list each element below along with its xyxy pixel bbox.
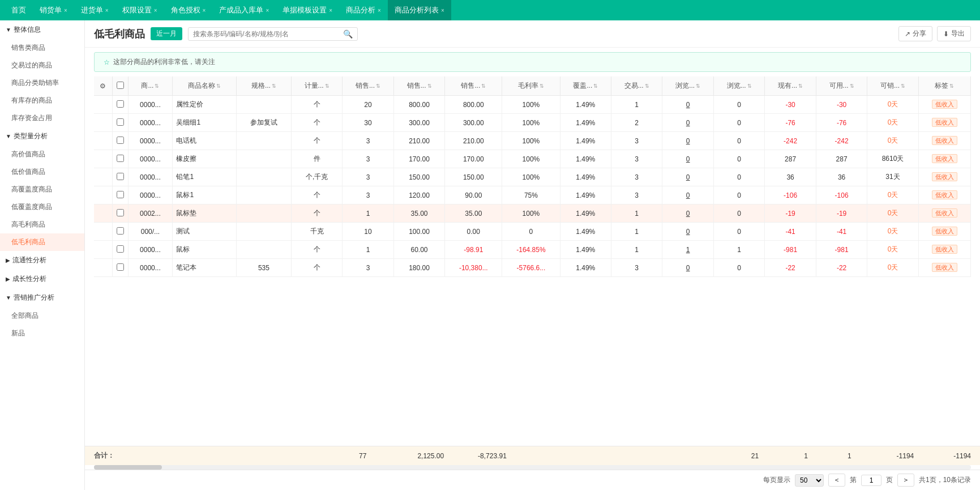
row-select-checkbox[interactable] (117, 263, 124, 271)
close-permissions-tab-icon[interactable]: × (154, 7, 157, 14)
col-sales-profit[interactable]: 销售...⇅ (445, 76, 502, 96)
table-container[interactable]: ⚙ 商...⇅ 商品名称⇅ 规格...⇅ 计量...⇅ 销售...⇅ 销售...… (85, 76, 980, 446)
row-select-checkbox[interactable] (117, 191, 124, 198)
row-checkbox[interactable] (112, 223, 128, 241)
col-code[interactable]: 商...⇅ (128, 76, 173, 96)
horizontal-scrollbar[interactable] (94, 465, 971, 470)
close-product-analysis-tab-icon[interactable]: × (378, 7, 381, 14)
row-tag: 低收入 (918, 223, 970, 241)
filter-button[interactable]: 近一月 (151, 27, 182, 40)
share-button[interactable]: ↗ 分享 (898, 26, 932, 41)
sidebar-item-high-value[interactable]: 高价值商品 (0, 146, 84, 163)
prev-page-button[interactable]: ＜ (828, 474, 845, 487)
sidebar-item-traded-products[interactable]: 交易过的商品 (0, 57, 84, 74)
col-available-stock[interactable]: 可用...⇅ (816, 76, 867, 96)
row-checkbox[interactable] (112, 150, 128, 168)
sidebar-item-low-value[interactable]: 低价值商品 (0, 163, 84, 181)
row-view1[interactable]: 0 (662, 150, 713, 168)
col-transaction[interactable]: 交易...⇅ (611, 76, 662, 96)
nav-item-home[interactable]: 首页 (5, 0, 33, 20)
row-select-checkbox[interactable] (117, 100, 124, 108)
sidebar-item-sales-products[interactable]: 销售类商品 (0, 39, 84, 57)
sidebar-item-category-rate[interactable]: 商品分类助销率 (0, 74, 84, 92)
col-name[interactable]: 商品名称⇅ (173, 76, 237, 96)
col-sales-qty[interactable]: 销售...⇅ (343, 76, 393, 96)
sidebar-section-type-analysis[interactable]: ▼ 类型量分析 (0, 127, 84, 146)
nav-item-product-analysis-list[interactable]: 商品分析列表 × (388, 0, 451, 20)
nav-item-sales[interactable]: 销货单 × (33, 0, 74, 20)
row-view1[interactable]: 0 (662, 96, 713, 114)
row-select-checkbox[interactable] (117, 173, 124, 180)
row-view1[interactable]: 0 (662, 132, 713, 150)
close-production-tab-icon[interactable]: × (266, 7, 269, 14)
col-settings[interactable]: ⚙ (94, 76, 112, 96)
row-view1[interactable]: 0 (662, 168, 713, 186)
row-sales-amount: 180.00 (393, 259, 444, 277)
col-coverage[interactable]: 覆盖...⇅ (560, 76, 611, 96)
nav-item-purchase[interactable]: 进货单 × (74, 0, 115, 20)
search-icon[interactable]: 🔍 (343, 29, 353, 39)
sidebar-item-in-stock[interactable]: 有库存的商品 (0, 92, 84, 109)
col-current-stock[interactable]: 现有...⇅ (765, 76, 816, 96)
page-number-input[interactable] (861, 475, 881, 486)
row-view1[interactable]: 0 (662, 204, 713, 223)
row-view1[interactable]: 0 (662, 223, 713, 241)
sidebar-section-growth[interactable]: ▶ 成长性分析 (0, 270, 84, 288)
row-select-checkbox[interactable] (117, 155, 124, 162)
nav-item-template[interactable]: 单据模板设置 × (276, 0, 339, 20)
sidebar-item-capital[interactable]: 库存资金占用 (0, 109, 84, 127)
sidebar-item-low-coverage[interactable]: 低覆盖度商品 (0, 198, 84, 216)
row-select-checkbox[interactable] (117, 118, 124, 126)
close-sales-tab-icon[interactable]: × (64, 7, 67, 14)
row-view1[interactable]: 1 (662, 241, 713, 259)
sidebar-item-high-coverage[interactable]: 高覆盖度商品 (0, 181, 84, 198)
row-select-checkbox[interactable] (117, 137, 124, 144)
close-purchase-tab-icon[interactable]: × (105, 7, 109, 14)
row-checkbox[interactable] (112, 259, 128, 277)
row-view1[interactable]: 0 (662, 186, 713, 204)
sidebar-item-new-products[interactable]: 新品 (0, 325, 84, 342)
sidebar-section-overall[interactable]: ▼ 整体信息 (0, 20, 84, 39)
col-check[interactable] (112, 76, 128, 96)
col-spec[interactable]: 规格...⇅ (237, 76, 292, 96)
sidebar-item-low-margin[interactable]: 低毛利商品 (0, 233, 84, 251)
row-view1[interactable]: 0 (662, 259, 713, 277)
col-view2[interactable]: 浏览...⇅ (713, 76, 764, 96)
col-tag[interactable]: 标签⇅ (918, 76, 970, 96)
col-view1[interactable]: 浏览...⇅ (662, 76, 713, 96)
row-select-checkbox[interactable] (117, 245, 124, 253)
close-list-tab-icon[interactable]: × (441, 7, 444, 14)
close-roles-tab-icon[interactable]: × (203, 7, 206, 14)
sidebar-item-all-products[interactable]: 全部商品 (0, 307, 84, 325)
row-checkbox[interactable] (112, 168, 128, 186)
row-select-checkbox[interactable] (117, 227, 124, 235)
next-page-button[interactable]: ＞ (897, 474, 914, 487)
select-all-checkbox[interactable] (117, 82, 124, 89)
row-checkbox[interactable] (112, 132, 128, 150)
nav-item-product-analysis[interactable]: 商品分析 × (339, 0, 388, 20)
scrollbar-thumb[interactable] (94, 465, 162, 470)
row-checkbox[interactable] (112, 114, 128, 132)
export-button[interactable]: ⬇ 导出 (937, 26, 971, 41)
row-checkbox[interactable] (112, 186, 128, 204)
page-size-select[interactable]: 50 100 200 (795, 474, 824, 487)
row-select-checkbox[interactable] (117, 209, 124, 216)
row-available-stock: -41 (816, 223, 867, 241)
row-checkbox[interactable] (112, 241, 128, 259)
col-unit[interactable]: 计量...⇅ (291, 76, 342, 96)
row-view1[interactable]: 0 (662, 114, 713, 132)
col-gross-margin[interactable]: 毛利率⇅ (502, 76, 560, 96)
sidebar-item-high-margin[interactable]: 高毛利商品 (0, 216, 84, 233)
nav-item-roles[interactable]: 角色授权 × (164, 0, 213, 20)
row-checkbox[interactable] (112, 204, 128, 223)
nav-item-permissions[interactable]: 权限设置 × (115, 0, 164, 20)
nav-item-production[interactable]: 产成品入库单 × (212, 0, 276, 20)
sidebar-section-marketing[interactable]: ▼ 营销推广分析 (0, 288, 84, 307)
search-input[interactable] (193, 30, 343, 38)
close-template-tab-icon[interactable]: × (329, 7, 332, 14)
sidebar-section-circulation[interactable]: ▶ 流通性分析 (0, 251, 84, 270)
col-saleable-days[interactable]: 可销...⇅ (867, 76, 918, 96)
col-sales-amount[interactable]: 销售...⇅ (393, 76, 444, 96)
row-available-stock: -76 (816, 114, 867, 132)
row-checkbox[interactable] (112, 96, 128, 114)
